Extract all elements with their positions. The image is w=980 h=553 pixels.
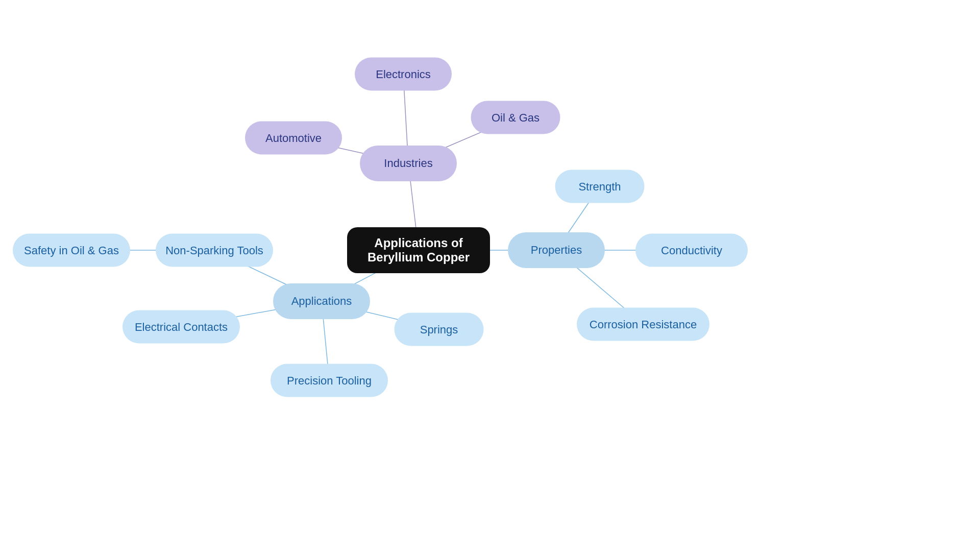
safety-node: Safety in Oil & Gas [13, 234, 130, 267]
properties-node: Properties [508, 232, 605, 268]
automotive-label: Automotive [265, 131, 322, 145]
nonsparking-label: Non-Sparking Tools [165, 244, 263, 257]
automotive-node: Automotive [245, 122, 342, 155]
springs-node: Springs [395, 313, 484, 346]
springs-label: Springs [420, 323, 458, 336]
electronics-label: Electronics [376, 67, 431, 81]
electronics-node: Electronics [355, 58, 452, 91]
oilgas-ind-node: Oil & Gas [471, 101, 560, 134]
nonsparking-node: Non-Sparking Tools [156, 234, 273, 267]
conductivity-label: Conductivity [661, 244, 722, 257]
electrical-node: Electrical Contacts [122, 310, 240, 344]
corrosion-label: Corrosion Resistance [590, 318, 697, 331]
properties-label: Properties [531, 244, 582, 257]
corrosion-node: Corrosion Resistance [577, 308, 709, 341]
center-label: Applications of Beryllium Copper [347, 236, 490, 265]
applications-label: Applications [291, 295, 352, 308]
strength-node: Strength [555, 170, 645, 203]
precision-label: Precision Tooling [287, 374, 372, 387]
strength-label: Strength [578, 180, 621, 193]
safety-label: Safety in Oil & Gas [24, 244, 119, 257]
industries-node: Industries [360, 146, 457, 181]
applications-node: Applications [273, 283, 370, 319]
electrical-label: Electrical Contacts [135, 320, 228, 333]
industries-label: Industries [384, 157, 432, 170]
center-node: Applications of Beryllium Copper [347, 227, 490, 273]
oilgas-ind-label: Oil & Gas [492, 111, 540, 124]
conductivity-node: Conductivity [635, 234, 748, 267]
precision-node: Precision Tooling [271, 364, 388, 397]
